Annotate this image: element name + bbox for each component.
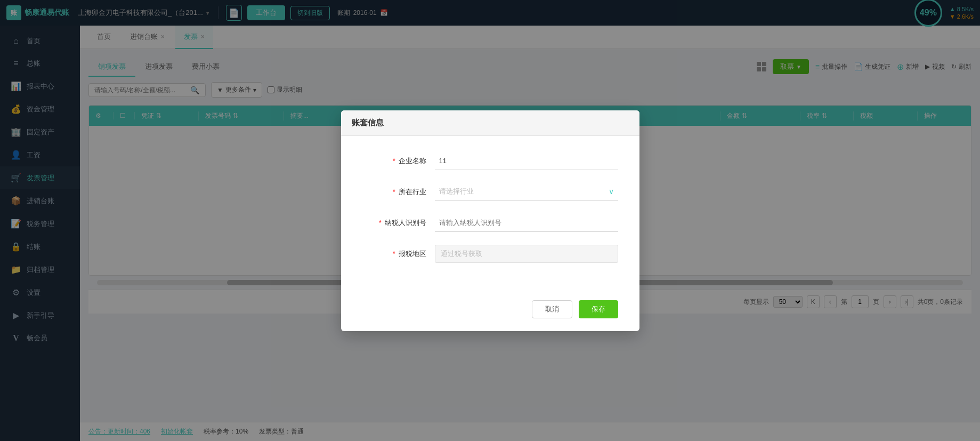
dialog-header: 账套信息	[341, 110, 639, 136]
form-row-industry: * 所在行业 请选择行业 ∨	[362, 183, 618, 201]
form-row-tax-region: * 报税地区 通过税号获取	[362, 245, 618, 263]
industry-select[interactable]: 请选择行业 ∨	[435, 183, 618, 201]
tax-region-placeholder: 通过税号获取	[441, 249, 482, 259]
form-row-tax-id: * 纳税人识别号	[362, 214, 618, 232]
save-button[interactable]: 保存	[579, 300, 618, 318]
industry-placeholder: 请选择行业	[439, 187, 474, 196]
company-name-label: * 企业名称	[362, 156, 426, 166]
dialog-title: 账套信息	[352, 118, 384, 127]
tax-id-field[interactable]	[435, 214, 618, 232]
tax-id-label: * 纳税人识别号	[362, 218, 426, 228]
cancel-button[interactable]: 取消	[532, 300, 572, 318]
tax-region-field: 通过税号获取	[435, 245, 618, 263]
dialog-body: * 企业名称 * 所在行业 请选择行业 ∨ * 纳	[341, 136, 639, 292]
required-marker: *	[393, 157, 395, 165]
form-row-company: * 企业名称	[362, 152, 618, 170]
industry-dropdown-arrow-icon: ∨	[609, 187, 614, 196]
dialog: 账套信息 * 企业名称 * 所在行业 请选择行业 ∨	[341, 110, 639, 331]
tax-region-label: * 报税地区	[362, 249, 426, 259]
modal-overlay: 账套信息 * 企业名称 * 所在行业 请选择行业 ∨	[0, 0, 980, 441]
company-name-field[interactable]	[435, 152, 618, 170]
dialog-footer: 取消 保存	[341, 292, 639, 331]
required-marker: *	[379, 219, 382, 227]
industry-label: * 所在行业	[362, 187, 426, 197]
required-marker: *	[393, 250, 395, 258]
required-marker: *	[393, 188, 395, 196]
